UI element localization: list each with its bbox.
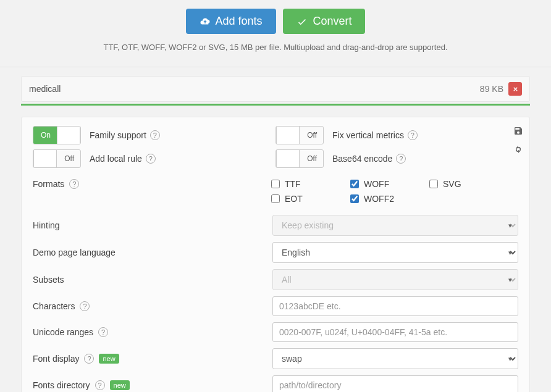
- help-icon[interactable]: ?: [146, 154, 156, 164]
- base64-encode-label: Base64 encode ?: [332, 154, 406, 164]
- font-display-select[interactable]: swap: [272, 348, 518, 369]
- add-fonts-label: Add fonts: [216, 15, 263, 28]
- upload-icon: [200, 16, 211, 27]
- fix-vertical-metrics-toggle[interactable]: Off: [276, 126, 324, 144]
- check-icon: [297, 16, 308, 27]
- formats-label: Formats ?: [33, 179, 271, 189]
- remove-file-button[interactable]: [508, 82, 522, 96]
- refresh-icon[interactable]: [513, 144, 523, 154]
- options-panel: On Family support ? Off Fix vertical met…: [21, 117, 530, 392]
- help-icon[interactable]: ?: [150, 130, 160, 140]
- unicode-ranges-label: Unicode ranges ?: [33, 327, 266, 337]
- help-icon[interactable]: ?: [84, 354, 94, 364]
- family-support-toggle[interactable]: On: [33, 126, 81, 144]
- family-support-label: Family support ?: [90, 130, 160, 140]
- base64-encode-toggle[interactable]: Off: [276, 149, 324, 168]
- side-actions: [513, 126, 523, 154]
- font-display-label: Font display ? new: [33, 354, 266, 364]
- format-woff2-checkbox[interactable]: WOFF2: [350, 194, 429, 204]
- subsets-label: Subsets: [33, 275, 266, 285]
- hinting-label: Hinting: [33, 220, 266, 230]
- main-container: medicall 89 KB On Family support: [0, 67, 551, 392]
- fonts-directory-label: Fonts directory ? new: [33, 380, 266, 390]
- formats-grid: TTF WOFF SVG EOT WOFF2: [271, 179, 508, 204]
- close-icon: [512, 86, 519, 93]
- file-name: medicall: [29, 84, 480, 94]
- add-local-rule-toggle[interactable]: Off: [33, 149, 81, 168]
- subsets-select[interactable]: All: [272, 269, 518, 290]
- format-eot-checkbox[interactable]: EOT: [271, 194, 350, 204]
- help-icon[interactable]: ?: [95, 380, 105, 390]
- progress-bar: [21, 104, 530, 106]
- new-badge: new: [110, 380, 130, 390]
- header-subtitle: TTF, OTF, WOFF, WOFF2 or SVG, 15 MB per …: [0, 43, 551, 52]
- header: Add fonts Convert TTF, OTF, WOFF, WOFF2 …: [0, 0, 551, 67]
- characters-label: Characters ?: [33, 301, 266, 311]
- help-icon[interactable]: ?: [396, 154, 406, 164]
- help-icon[interactable]: ?: [98, 327, 108, 337]
- fonts-directory-input[interactable]: [272, 375, 518, 392]
- fix-vertical-metrics-label: Fix vertical metrics ?: [332, 130, 418, 140]
- format-svg-checkbox[interactable]: SVG: [429, 179, 508, 189]
- convert-label: Convert: [313, 15, 351, 28]
- demo-lang-select[interactable]: English: [272, 242, 518, 263]
- unicode-ranges-input[interactable]: [272, 322, 518, 342]
- file-row: medicall 89 KB: [21, 76, 530, 102]
- convert-button[interactable]: Convert: [283, 9, 365, 34]
- demo-lang-label: Demo page language: [33, 248, 266, 257]
- help-icon[interactable]: ?: [408, 130, 418, 140]
- save-icon[interactable]: [513, 126, 523, 136]
- add-local-rule-label: Add local rule ?: [90, 154, 156, 164]
- help-icon[interactable]: ?: [80, 301, 90, 311]
- format-woff-checkbox[interactable]: WOFF: [350, 179, 429, 189]
- hinting-select[interactable]: Keep existing: [272, 215, 518, 236]
- add-fonts-button[interactable]: Add fonts: [186, 9, 276, 34]
- new-badge: new: [99, 354, 119, 364]
- file-size: 89 KB: [480, 84, 503, 94]
- help-icon[interactable]: ?: [69, 179, 79, 189]
- format-ttf-checkbox[interactable]: TTF: [271, 179, 350, 189]
- characters-input[interactable]: [272, 296, 518, 316]
